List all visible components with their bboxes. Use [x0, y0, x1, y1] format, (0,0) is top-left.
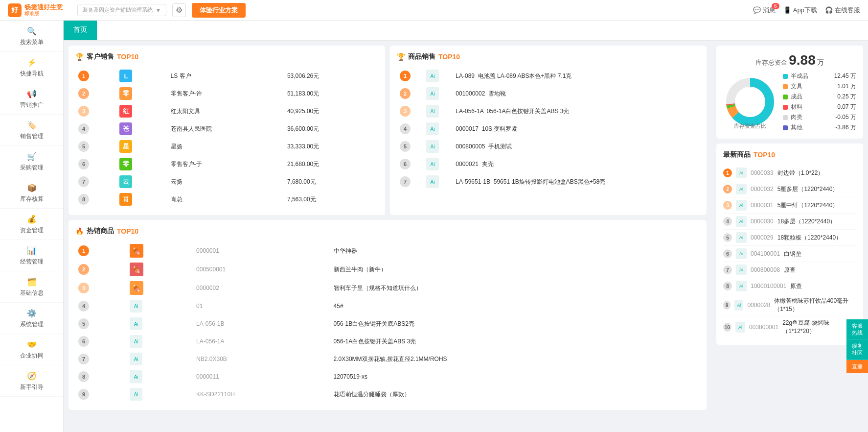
product-code: 10000100001 — [751, 283, 786, 289]
product-thumbnail: Ai — [736, 264, 747, 275]
product-name: 2.0X30MM双摆花轴,摆花直径2.1MM/ROHS — [331, 350, 700, 368]
trial-button[interactable]: 体验行业方案 — [192, 3, 246, 18]
customer-name: 零售客户-于 — [168, 155, 284, 173]
avatar: 苍 — [119, 122, 132, 135]
sidebar-label-company: 企业协同 — [20, 352, 44, 360]
inventory-amount: 9.88 — [789, 52, 816, 68]
product-code: 004100001 — [751, 250, 780, 257]
rank-number: 2 — [400, 88, 411, 99]
settings-button[interactable]: ⚙ — [172, 3, 186, 17]
product-name: 5厘多层（1220*2440） — [777, 185, 839, 193]
sidebar-item-operation[interactable]: 📊 经营管理 — [0, 240, 63, 271]
sidebar-item-purchase[interactable]: 🛒 采购管理 — [0, 146, 63, 177]
list-item: 2 Ai 0000032 5厘多层（1220*2440） — [723, 181, 856, 197]
product-name: 智利车子里（规格不知道填什么） — [331, 279, 700, 297]
table-row: 4 苍 苍南县人民医院 36,600.00元 — [75, 120, 378, 138]
legend-dot — [783, 115, 788, 120]
list-item: 9 Ai KK-SD22110H 花语萌恒温分腿睡袋（厚款） — [75, 385, 700, 403]
table-row: 1 Ai LA-089 电池盖 LA-089 ABS本色+黑种 7.1克 — [397, 67, 700, 85]
product-info: LA-089 电池盖 LA-089 ABS本色+黑种 7.1克 — [453, 67, 700, 85]
rank-number: 5 — [78, 141, 89, 152]
float-buttons: 客服热线 服务社区 直播 — [846, 319, 868, 373]
table-row: 1 L LS 客户 53,006.26元 — [75, 67, 378, 85]
sidebar-item-shortcut[interactable]: ⚡ 快捷导航 — [0, 52, 63, 83]
table-row: 7 云 云扬 7,680.00元 — [75, 173, 378, 191]
product-code: KK-SD22110H — [193, 385, 330, 403]
rank-number: 9 — [78, 389, 89, 400]
rank-number: 1 — [723, 168, 732, 177]
float-btn-service[interactable]: 客服热线 — [846, 319, 868, 340]
table-row: 7 Ai LA-59651-1B 59651-1B旋转投影灯电池盒ABS黑色+5… — [397, 173, 700, 191]
float-btn-live[interactable]: 直播 — [846, 360, 868, 373]
legend-name: 肉类 — [791, 113, 824, 121]
message-badge: 6 — [772, 3, 779, 9]
rank-number: 4 — [78, 301, 89, 312]
legend-name: 成品 — [791, 93, 824, 101]
legend-item: 其他 -3.86 万 — [783, 123, 856, 132]
rank-number: 7 — [78, 354, 89, 364]
sidebar-item-sales[interactable]: 🏷️ 销售管理 — [0, 115, 63, 146]
avatar: 肖 — [119, 193, 132, 206]
sidebar-label-base: 基础信息 — [20, 289, 44, 297]
inventory-unit: 万 — [817, 58, 824, 66]
list-item: 7 Ai 000800008 原查 — [723, 262, 856, 278]
rank-number: 1 — [400, 71, 411, 81]
sidebar-item-base[interactable]: 🗂️ 基础信息 — [0, 271, 63, 303]
table-row: 2 零 零售客户-许 51,183.00元 — [75, 85, 378, 102]
legend-dot — [783, 74, 788, 79]
hot-products-card: 🔥 热销商品TOP10 1 🍖 0000001 中华神器 2 🍖 0005000… — [69, 220, 707, 410]
customer-amount: 7,680.00元 — [284, 173, 378, 191]
sidebar-item-finance[interactable]: 💰 资金管理 — [0, 209, 63, 240]
logo-text: 畅捷通好生意 — [24, 3, 63, 11]
product-image: Ai — [426, 158, 439, 170]
table-row: 6 零 零售客户-于 21,680.00元 — [75, 155, 378, 173]
legend-dot — [783, 84, 788, 89]
rank-number: 1 — [78, 71, 89, 81]
donut-chart: 库存资金占比 — [723, 75, 777, 129]
sidebar-label-finance: 资金管理 — [20, 226, 44, 235]
rank-number: 4 — [400, 123, 411, 134]
sidebar-item-guide[interactable]: 🧭 新手引导 — [0, 365, 63, 397]
legend-dot — [783, 95, 788, 99]
app-download-label: App下载 — [793, 6, 817, 15]
product-info: 001000002 雪地靴 — [453, 85, 700, 102]
product-thumbnail: Ai — [736, 281, 747, 291]
product-thumbnail: Ai — [736, 232, 747, 243]
legend-dot — [783, 125, 788, 130]
product-name: 原查 — [784, 266, 796, 274]
legend-name: 文具 — [791, 82, 824, 91]
new-products-title: 最新商品 TOP10 — [723, 150, 856, 159]
sidebar-label-shortcut: 快捷导航 — [20, 70, 44, 78]
list-item: 8 Ai 0000011 12070519-xs — [75, 368, 700, 385]
rank-number: 4 — [78, 123, 89, 134]
rank-number: 6 — [723, 249, 732, 258]
float-btn-community[interactable]: 服务社区 — [846, 339, 868, 360]
sidebar-item-search[interactable]: 🔍 搜索菜单 — [0, 21, 63, 52]
product-name: 22g鱼豆腐-烧烤味（1*12*20） — [782, 319, 856, 336]
customer-amount: 51,183.00元 — [284, 85, 378, 102]
legend-dot — [783, 105, 788, 110]
tab-home[interactable]: 首页 — [64, 21, 97, 40]
legend-item: 成品 0.25 万 — [783, 93, 856, 101]
online-service-button[interactable]: 🎧 在线客服 — [825, 6, 860, 15]
list-item: 5 Ai 0000029 18颗粒板（1220*2440） — [723, 230, 856, 246]
legend-name: 材料 — [791, 103, 824, 111]
legend-item: 半成品 12.45 万 — [783, 72, 856, 80]
sidebar-item-company[interactable]: 🤝 企业协同 — [0, 334, 63, 365]
system-name-dropdown[interactable]: 装备及固定资产辅助管理系统 ▼ — [77, 4, 166, 16]
sidebar-label-inventory: 库存核算 — [20, 195, 44, 203]
sidebar-item-marketing[interactable]: 📢 营销推广 — [0, 83, 63, 115]
sidebar-item-inventory[interactable]: 📦 库存核算 — [0, 177, 63, 209]
sidebar-item-system[interactable]: ⚙️ 系统管理 — [0, 303, 63, 334]
money-icon: 💰 — [26, 214, 37, 224]
main-left-column: 🏆 客户销售TOP10 1 L LS 客户 53,006.26元 2 零 零售客… — [64, 41, 711, 432]
customer-name: LS 客户 — [168, 67, 284, 85]
list-item: 1 🍖 0000001 中华神器 — [75, 241, 700, 260]
messages-button[interactable]: 💬 消息 6 — [753, 6, 776, 15]
product-code: 0000028 — [747, 302, 770, 309]
product-code: 0000033 — [751, 169, 774, 176]
product-image: Ai — [426, 70, 439, 82]
rank-number: 2 — [78, 264, 89, 275]
list-item: 10 Ai 003800001 22g鱼豆腐-烧烤味（1*12*20） — [723, 316, 856, 338]
app-download-button[interactable]: 📱 App下载 — [783, 6, 817, 15]
